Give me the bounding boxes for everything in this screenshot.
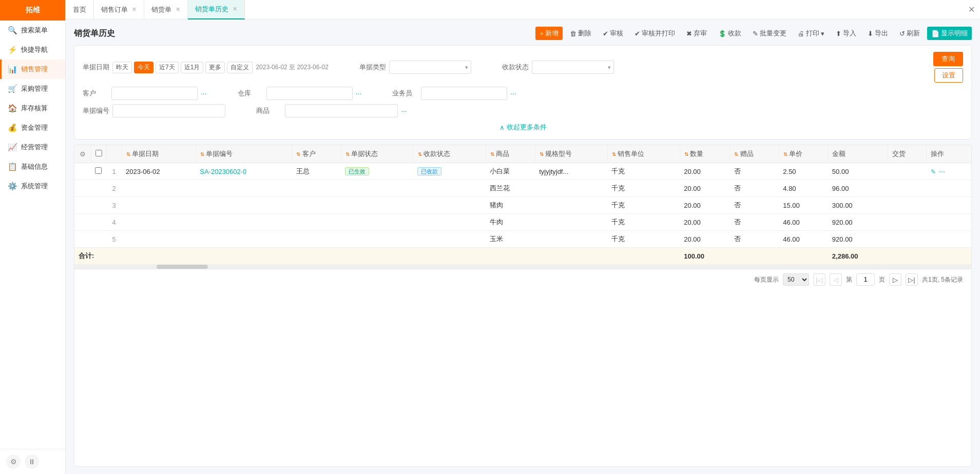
tab-sales-goods[interactable]: 销货单 ✕: [144, 0, 188, 19]
col-payment-status[interactable]: ⇅ 收款状态: [413, 145, 486, 163]
salesman-ellipsis[interactable]: ···: [510, 89, 516, 97]
next-page-btn[interactable]: ▷: [889, 273, 901, 286]
edit-action[interactable]: ✎: [931, 168, 936, 175]
abandon-button[interactable]: ✖ 弃审: [682, 27, 711, 40]
sort-icon-customer: ⇅: [296, 151, 300, 157]
tab-sales-history[interactable]: 销货单历史 ✕: [188, 0, 245, 19]
inventory-icon: 🏠: [8, 104, 17, 113]
col-trade: 交货: [888, 145, 926, 163]
date-btn-more[interactable]: 更多: [205, 62, 225, 73]
row-checkbox[interactable]: [95, 167, 102, 174]
row-doc-no-2: [196, 197, 292, 214]
payment-status-select[interactable]: [532, 61, 614, 74]
show-detail-button[interactable]: 📄 显示明细: [927, 27, 972, 40]
sidebar-item-sales[interactable]: 📊 销售管理: [0, 60, 65, 79]
customer-input[interactable]: [111, 87, 198, 100]
audit-print-label: 审核并打印: [642, 29, 675, 38]
tab-sales-order[interactable]: 销售订单 ✕: [94, 0, 144, 19]
date-btn-1month[interactable]: 近1月: [181, 62, 204, 73]
export-button[interactable]: ⬇ 导出: [863, 27, 892, 40]
collect-button[interactable]: 💲 收款: [714, 27, 745, 40]
batch-change-button[interactable]: ✎ 批量变更: [748, 27, 791, 40]
col-gift[interactable]: ⇅ 赠品: [730, 145, 779, 163]
tabs-bar-close-all[interactable]: ✕: [968, 5, 980, 14]
table-wrap: ⚙ ⇅ 单据日期 ⇅ 单据编号 ⇅ 客户 ⇅ 单据状态 ⇅ 收款状态 ⇅ 商品 …: [74, 145, 972, 467]
sidebar-item-finance[interactable]: 💰 资金管理: [0, 118, 65, 137]
sidebar-item-operation[interactable]: 📈 经营管理: [0, 137, 65, 157]
prev-page-btn[interactable]: ◁: [830, 273, 842, 286]
row-unit-2: 千克: [607, 197, 680, 214]
scrollbar-area[interactable]: [74, 265, 971, 269]
new-button[interactable]: + 新增: [535, 27, 563, 40]
print-button[interactable]: 🖨 打印 ▾: [794, 27, 829, 40]
row-customer-0: 王总: [292, 163, 341, 180]
doc-type-select[interactable]: [389, 61, 471, 74]
row-trade-2: [888, 197, 926, 214]
date-btn-yesterday[interactable]: 昨天: [112, 62, 132, 73]
date-btn-7days[interactable]: 近7天: [156, 62, 179, 73]
collapse-btn[interactable]: ∧ 收起更多条件: [83, 122, 963, 133]
sidebar-item-search[interactable]: 🔍 搜索菜单: [0, 21, 65, 40]
page-number-input[interactable]: [856, 273, 875, 286]
col-customer[interactable]: ⇅ 客户: [292, 145, 341, 163]
col-settings[interactable]: ⚙: [74, 145, 91, 163]
more-action[interactable]: ⋯: [939, 168, 945, 175]
date-btn-custom[interactable]: 自定义: [227, 62, 253, 73]
sidebar-item-system[interactable]: ⚙️ 系统管理: [0, 176, 65, 196]
col-doc-status[interactable]: ⇅ 单据状态: [341, 145, 413, 163]
refresh-button[interactable]: ↺ 刷新: [895, 27, 924, 40]
col-doc-no[interactable]: ⇅ 单据编号: [196, 145, 292, 163]
sidebar-item-purchase[interactable]: 🛒 采购管理: [0, 79, 65, 98]
tab-sales-goods-close[interactable]: ✕: [176, 6, 180, 13]
col-price[interactable]: ⇅ 单价: [779, 145, 828, 163]
col-unit[interactable]: ⇅ 销售单位: [607, 145, 680, 163]
col-doc-date[interactable]: ⇅ 单据日期: [122, 145, 196, 163]
salesman-input[interactable]: [421, 87, 507, 100]
select-all-checkbox[interactable]: [95, 150, 102, 156]
audit-button[interactable]: ✔ 审核: [599, 27, 627, 40]
payment-status-label: 收款状态: [502, 63, 529, 72]
date-btn-today[interactable]: 今天: [134, 62, 153, 73]
goods-input[interactable]: [285, 104, 398, 117]
last-page-btn[interactable]: ▷|: [906, 273, 918, 286]
sidebar-item-basic[interactable]: 📋 基础信息: [0, 157, 65, 176]
customer-ellipsis[interactable]: ···: [201, 89, 207, 97]
sort-icon-payment: ⇅: [418, 151, 422, 157]
col-qty[interactable]: ⇅ 数量: [680, 145, 730, 163]
settings-button[interactable]: 设置: [934, 68, 963, 83]
col-goods[interactable]: ⇅ 商品: [486, 145, 535, 163]
doc-no-label: 单据编号: [83, 106, 109, 115]
row-qty-3: 20.00: [680, 214, 730, 231]
sidebar-item-label-finance: 资金管理: [21, 123, 48, 132]
page-size-select[interactable]: 50 100 200: [783, 273, 809, 286]
sidebar-settings-btn[interactable]: ⚙: [6, 455, 21, 469]
main-area: 首页 销售订单 ✕ 销货单 ✕ 销货单历史 ✕ ✕ 销货单历史 + 新增: [66, 0, 980, 474]
warehouse-ellipsis[interactable]: ···: [356, 89, 362, 97]
row-unit-0: 千克: [607, 163, 680, 180]
row-qty-1: 20.00: [680, 180, 730, 197]
col-spec[interactable]: ⇅ 规格型号: [535, 145, 607, 163]
abandon-icon: ✖: [686, 30, 692, 37]
tab-home[interactable]: 首页: [66, 0, 94, 19]
delete-button[interactable]: 🗑 删除: [566, 27, 595, 40]
row-gift-1: 否: [730, 180, 779, 197]
row-num-2: 3: [106, 197, 122, 214]
sidebar-item-inventory[interactable]: 🏠 库存核算: [0, 98, 65, 118]
sidebar-collapse-btn[interactable]: ⏸: [25, 455, 39, 469]
first-page-btn[interactable]: |◁: [813, 273, 825, 286]
sidebar-item-quick[interactable]: ⚡ 快捷导航: [0, 40, 65, 60]
import-button[interactable]: ⬆ 导入: [832, 27, 860, 40]
row-qty-0: 20.00: [680, 163, 730, 180]
doc-no-input[interactable]: [112, 104, 225, 117]
row-doc-no-0[interactable]: SA-20230602-0: [196, 163, 292, 180]
warehouse-input[interactable]: [266, 87, 353, 100]
query-button[interactable]: 查询: [933, 52, 963, 66]
row-price-2: 15.00: [779, 197, 828, 214]
audit-print-button[interactable]: ✔ 审核并打印: [630, 27, 679, 40]
scrollbar-thumb[interactable]: [157, 265, 208, 269]
summary-qty: 100.00: [680, 248, 730, 265]
tab-sales-order-close[interactable]: ✕: [132, 6, 137, 13]
tab-sales-history-close[interactable]: ✕: [233, 6, 237, 12]
goods-ellipsis[interactable]: ···: [401, 107, 407, 115]
new-label: 新增: [545, 29, 559, 38]
